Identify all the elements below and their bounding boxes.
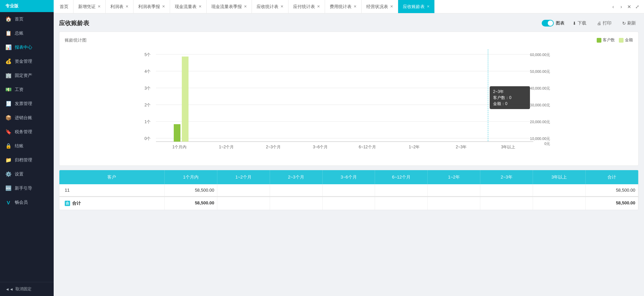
cell-total: 58,500.00 <box>586 184 638 196</box>
svg-text:金额：0: 金额：0 <box>493 101 507 106</box>
sidebar-item-archive[interactable]: 📁 归档管理 <box>0 153 54 167</box>
sidebar-item-inventory[interactable]: 📦 进销台账 <box>0 111 54 125</box>
tab-prev-button[interactable]: ‹ <box>609 3 617 11</box>
chart-area: 5个 4个 3个 2个 1个 0个 60,000.00元 50,000.00元 … <box>65 46 633 160</box>
print-icon: 🖨 <box>597 21 601 26</box>
sidebar-item-label: 新手引导 <box>15 185 32 191</box>
svg-text:1~2年: 1~2年 <box>409 145 420 149</box>
sidebar-item-invoice[interactable]: 🧾 发票管理 <box>0 97 54 111</box>
assets-icon: 🏢 <box>5 72 11 79</box>
svg-text:60,000.00元: 60,000.00元 <box>530 53 550 57</box>
table-footer: 合 合计 58,500.00 58,500.00 <box>59 196 638 210</box>
tab-bar: 首页 新增凭证 ✕ 利润表 ✕ 利润表季报 ✕ 现金流量表 ✕ 现金流量表季报 … <box>54 0 644 13</box>
close-icon[interactable]: ✕ <box>427 4 430 9</box>
tab-close-all-button[interactable]: ✕ <box>625 3 633 11</box>
close-icon[interactable]: ✕ <box>244 4 247 9</box>
tab-cashflow[interactable]: 现金流量表 ✕ <box>170 0 207 13</box>
toggle-track[interactable] <box>542 20 554 27</box>
close-icon[interactable]: ✕ <box>354 4 357 9</box>
tab-next-button[interactable]: › <box>617 3 625 11</box>
tab-ap-stats[interactable]: 应付统计表 ✕ <box>288 0 325 13</box>
sidebar-item-tax[interactable]: 🔖 税务管理 <box>0 125 54 139</box>
tab-cashflow-quarter[interactable]: 现金流量表季报 ✕ <box>207 0 252 13</box>
svg-text:2个: 2个 <box>145 103 151 107</box>
footer-month1: 58,500.00 <box>165 197 217 210</box>
sidebar-item-guide[interactable]: 🆕 新手引导 <box>0 181 54 195</box>
sidebar-item-label: 畅会员 <box>15 199 28 205</box>
unpin-icon: ◄◄ <box>5 287 13 292</box>
sidebar-item-vip[interactable]: V 畅会员 <box>0 195 54 209</box>
col-month12: 1~2个月 <box>217 170 270 184</box>
sidebar-item-label: 总账 <box>15 30 23 36</box>
footer-month612 <box>375 197 428 210</box>
close-icon[interactable]: ✕ <box>98 4 101 9</box>
tab-ar-stats[interactable]: 应收统计表 ✕ <box>252 0 288 13</box>
invoice-icon: 🧾 <box>5 101 11 107</box>
col-month1: 1个月内 <box>165 170 217 184</box>
svg-text:40,000.00元: 40,000.00元 <box>530 86 550 90</box>
bar-amount-1 <box>182 57 189 142</box>
tab-maximize-button[interactable]: ⤢ <box>633 3 641 11</box>
unpin-label: 取消固定 <box>15 286 32 292</box>
chart-toggle[interactable]: 图表 <box>542 20 565 27</box>
legend-customer-count: 客户数 <box>597 37 615 43</box>
sidebar-item-label: 工资 <box>15 87 23 93</box>
cell-month36 <box>323 184 375 196</box>
print-button[interactable]: 🖨 打印 <box>594 19 614 28</box>
close-icon[interactable]: ✕ <box>390 4 393 9</box>
toggle-thumb <box>548 20 553 26</box>
cell-month12 <box>217 184 270 196</box>
tab-ar-aging[interactable]: 应收账龄表 ✕ <box>398 0 435 13</box>
sidebar-item-label: 设置 <box>15 171 23 177</box>
toggle-label: 图表 <box>556 20 565 26</box>
sidebar-item-capital[interactable]: 💰 资金管理 <box>0 54 54 68</box>
total-icon: 合 <box>65 201 70 206</box>
sidebar-item-home[interactable]: 🏠 首页 <box>0 12 54 26</box>
chart-container: 账龄统计图 客户数 金额 5个 4个 3个 2个 <box>59 32 639 166</box>
svg-text:4个: 4个 <box>145 69 151 74</box>
table-row: 11 58,500.00 58,500.00 <box>59 184 638 196</box>
unpin-button[interactable]: ◄◄ 取消固定 <box>0 282 54 296</box>
settings-icon: ⚙️ <box>5 171 11 177</box>
sidebar-item-label: 结账 <box>15 143 23 149</box>
content-area: 应收账龄表 图表 ⬇ 下载 🖨 打印 ↻ 刷新 <box>54 13 644 296</box>
svg-text:10,000.00元: 10,000.00元 <box>530 137 550 141</box>
tab-home[interactable]: 首页 <box>55 0 73 13</box>
tab-new-voucher[interactable]: 新增凭证 ✕ <box>73 0 106 13</box>
close-icon[interactable]: ✕ <box>317 4 320 9</box>
chart-title: 账龄统计图 <box>65 37 633 43</box>
sidebar-item-assets[interactable]: 🏢 固定资产 <box>0 68 54 83</box>
col-month612: 6~12个月 <box>375 170 428 184</box>
close-icon[interactable]: ✕ <box>199 4 202 9</box>
footer-month23 <box>270 197 323 210</box>
sidebar-item-ledger[interactable]: 📋 总账 <box>0 26 54 40</box>
salary-icon: 💵 <box>5 87 11 93</box>
svg-text:2~3年: 2~3年 <box>456 145 467 149</box>
sidebar-item-closing[interactable]: 🔒 结账 <box>0 139 54 153</box>
sidebar-item-settings[interactable]: ⚙️ 设置 <box>0 167 54 181</box>
refresh-button[interactable]: ↻ 刷新 <box>620 19 639 28</box>
svg-text:0元: 0元 <box>544 142 550 146</box>
close-icon[interactable]: ✕ <box>125 4 128 9</box>
page-title: 应收账龄表 <box>59 19 89 27</box>
close-icon[interactable]: ✕ <box>280 4 283 9</box>
download-button[interactable]: ⬇ 下载 <box>570 19 589 28</box>
cell-month1: 58,500.00 <box>165 184 217 196</box>
col-month36: 3~6个月 <box>323 170 375 184</box>
svg-text:20,000.00元: 20,000.00元 <box>530 120 550 124</box>
sidebar-item-reports[interactable]: 📊 报表中心 <box>0 40 54 54</box>
close-icon[interactable]: ✕ <box>162 4 165 9</box>
legend-color-amount <box>619 38 624 43</box>
data-table: 客户 1个月内 1~2个月 2~3个月 3~6个月 6~12个月 1~2年 2~… <box>59 170 639 210</box>
vip-icon: V <box>5 200 11 205</box>
header-actions: 图表 ⬇ 下载 🖨 打印 ↻ 刷新 <box>542 19 639 28</box>
download-icon: ⬇ <box>573 21 576 26</box>
legend-color-customer <box>597 38 601 43</box>
svg-text:3个: 3个 <box>145 86 151 91</box>
tab-expense-stats[interactable]: 费用统计表 ✕ <box>325 0 362 13</box>
tab-profit-quarter[interactable]: 利润表季报 ✕ <box>133 0 170 13</box>
sidebar-item-salary[interactable]: 💵 工资 <box>0 83 54 97</box>
tab-profit[interactable]: 利润表 ✕ <box>106 0 133 13</box>
svg-text:2~3个月: 2~3个月 <box>266 145 281 149</box>
tab-operation-stats[interactable]: 经营状况表 ✕ <box>362 0 398 13</box>
